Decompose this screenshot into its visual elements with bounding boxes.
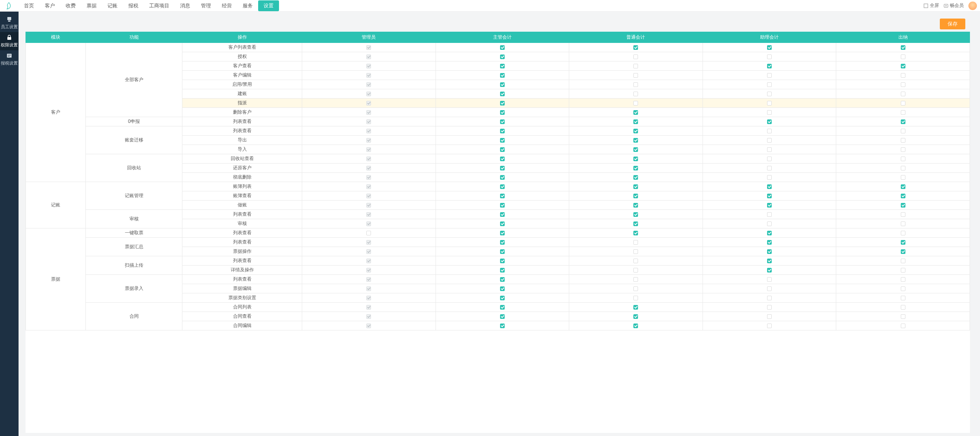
permission-checkbox[interactable] [633,110,638,115]
permission-checkbox[interactable] [767,73,772,78]
permission-checkbox[interactable] [633,305,638,310]
permission-checkbox[interactable] [767,249,772,254]
permission-checkbox[interactable] [633,138,638,143]
permission-checkbox[interactable] [500,194,505,198]
topnav-item-2[interactable]: 收费 [60,0,81,11]
permission-checkbox[interactable] [767,194,772,198]
permission-checkbox[interactable] [500,138,505,143]
permission-checkbox[interactable] [767,314,772,319]
permission-checkbox[interactable] [767,101,772,106]
permission-checkbox[interactable] [767,203,772,208]
permission-checkbox[interactable] [500,147,505,152]
permission-checkbox[interactable] [901,101,905,106]
permission-checkbox[interactable] [901,203,905,208]
permission-checkbox[interactable] [767,221,772,226]
permission-checkbox[interactable] [901,157,905,161]
permission-checkbox[interactable] [767,277,772,282]
permission-checkbox[interactable] [901,82,905,87]
permission-checkbox[interactable] [500,305,505,310]
sidebar-item-2[interactable]: 报税设置 [0,50,19,68]
permission-checkbox[interactable] [901,184,905,189]
topnav-item-5[interactable]: 报税 [123,0,144,11]
save-button[interactable]: 保存 [940,19,965,29]
permission-checkbox[interactable] [633,64,638,68]
permission-checkbox[interactable] [767,231,772,235]
permission-checkbox[interactable] [633,221,638,226]
permission-checkbox[interactable] [767,184,772,189]
permission-checkbox[interactable] [901,54,905,59]
permission-checkbox[interactable] [767,268,772,272]
permission-checkbox[interactable] [767,82,772,87]
topnav-item-1[interactable]: 客户 [39,0,60,11]
topnav-item-11[interactable]: 设置 [258,0,279,11]
permission-checkbox[interactable] [500,110,505,115]
permission-checkbox[interactable] [767,286,772,291]
permission-checkbox[interactable] [500,64,505,68]
permission-checkbox[interactable] [633,296,638,300]
permission-checkbox[interactable] [767,175,772,180]
permission-checkbox[interactable] [767,147,772,152]
permission-checkbox[interactable] [500,166,505,170]
permission-checkbox[interactable] [633,45,638,50]
topnav-item-6[interactable]: 工商项目 [144,0,175,11]
permission-checkbox[interactable] [633,277,638,282]
permission-checkbox[interactable] [633,212,638,217]
permission-checkbox[interactable] [633,119,638,124]
topnav-item-7[interactable]: 消息 [175,0,196,11]
permission-checkbox[interactable] [633,249,638,254]
permission-checkbox[interactable] [767,324,772,328]
permission-checkbox[interactable] [633,73,638,78]
permission-checkbox[interactable] [500,45,505,50]
sidebar-item-0[interactable]: 员工设置 [0,14,19,32]
user-avatar[interactable] [968,2,977,10]
permission-checkbox[interactable] [633,166,638,170]
permission-checkbox[interactable] [901,231,905,235]
permission-checkbox[interactable] [901,138,905,143]
permission-checkbox[interactable] [633,259,638,263]
permission-checkbox[interactable] [633,147,638,152]
permission-checkbox[interactable] [901,277,905,282]
permission-checkbox[interactable] [500,324,505,328]
permission-checkbox[interactable] [901,73,905,78]
permission-checkbox[interactable] [500,157,505,161]
permission-checkbox[interactable] [767,305,772,310]
permission-checkbox[interactable] [767,259,772,263]
permission-checkbox[interactable] [500,314,505,319]
permission-checkbox[interactable] [500,184,505,189]
permission-checkbox[interactable] [633,231,638,235]
permission-checkbox[interactable] [901,305,905,310]
permission-checkbox[interactable] [767,92,772,96]
permission-checkbox[interactable] [500,268,505,272]
permission-checkbox[interactable] [901,324,905,328]
permission-checkbox[interactable] [901,175,905,180]
permission-checkbox[interactable] [901,64,905,68]
permission-checkbox[interactable] [633,101,638,106]
permission-checkbox[interactable] [633,129,638,133]
permission-checkbox[interactable] [767,157,772,161]
permission-checkbox[interactable] [633,286,638,291]
permission-checkbox[interactable] [633,240,638,245]
permission-checkbox[interactable] [901,129,905,133]
permission-checkbox[interactable] [901,221,905,226]
permission-checkbox[interactable] [767,119,772,124]
topnav-item-10[interactable]: 服务 [237,0,258,11]
permission-checkbox[interactable] [500,286,505,291]
fullscreen-button[interactable]: 全屏 [924,2,939,9]
permission-checkbox[interactable] [500,259,505,263]
permission-checkbox[interactable] [901,166,905,170]
topnav-item-3[interactable]: 票据 [81,0,102,11]
permission-checkbox[interactable] [901,286,905,291]
permission-checkbox[interactable] [767,54,772,59]
permission-checkbox[interactable] [500,82,505,87]
permission-checkbox[interactable] [767,212,772,217]
permission-checkbox[interactable] [901,249,905,254]
permission-checkbox[interactable] [500,175,505,180]
member-button[interactable]: 畅会员 [944,2,964,9]
permission-checkbox[interactable] [633,268,638,272]
permission-checkbox[interactable] [901,119,905,124]
permission-checkbox[interactable] [633,184,638,189]
permission-checkbox[interactable] [901,110,905,115]
permission-checkbox[interactable] [901,259,905,263]
topnav-item-8[interactable]: 管理 [196,0,216,11]
permission-checkbox[interactable] [767,240,772,245]
